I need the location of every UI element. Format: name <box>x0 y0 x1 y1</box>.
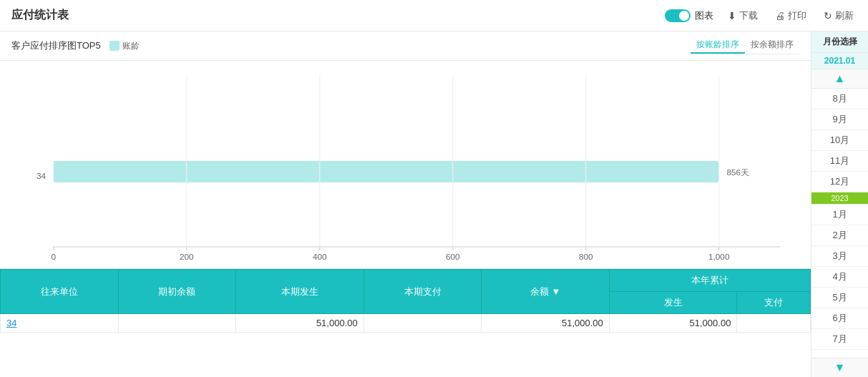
month-item-6[interactable]: 6月 <box>811 308 868 329</box>
sort-by-age-button[interactable]: 按账龄排序 <box>691 37 745 54</box>
svg-text:600: 600 <box>446 253 460 261</box>
svg-text:34: 34 <box>36 172 46 180</box>
th-leiji-fasheng: 发生 <box>609 292 737 314</box>
header: 应付统计表 图表 ⬇ 下载 🖨 打印 ↻ 刷新 <box>0 0 868 31</box>
month-item-4[interactable]: 4月 <box>811 267 868 288</box>
month-item-9[interactable]: 9月 <box>811 109 868 130</box>
td-unit[interactable]: 34 <box>1 314 119 333</box>
th-leiji: 本年累计 <box>609 270 810 292</box>
month-item-7[interactable]: 7月 <box>811 329 868 350</box>
td-leiji-zhifu <box>737 314 811 333</box>
app-container: 应付统计表 图表 ⬇ 下载 🖨 打印 ↻ 刷新 <box>0 0 868 377</box>
chart-toggle-label: 图表 <box>695 9 713 22</box>
scroll-up-button[interactable]: ▲ <box>811 69 868 89</box>
month-item-12[interactable]: 12月 <box>811 172 868 192</box>
svg-rect-1 <box>54 161 719 182</box>
month-item-2[interactable]: 2月 <box>811 225 868 246</box>
refresh-icon: ↻ <box>824 10 832 21</box>
month-scroll-list: 8月 9月 10月 11月 12月 2023 1月 2月 3月 4月 5月 6月… <box>811 89 868 358</box>
table-header-row: 往来单位 期初余额 本期发生 本期支付 余额 ▼ 本年累计 <box>1 270 811 292</box>
td-zhifu <box>364 314 482 333</box>
svg-text:0: 0 <box>52 253 57 261</box>
td-yue: 51,000.00 <box>482 314 610 333</box>
chart-toggle-container[interactable]: 图表 <box>665 9 713 22</box>
month-item-5[interactable]: 5月 <box>811 288 868 308</box>
data-table: 往来单位 期初余额 本期发生 本期支付 余额 ▼ 本年累计 发生 支付 <box>0 269 811 333</box>
header-actions: 图表 ⬇ 下载 🖨 打印 ↻ 刷新 <box>665 8 857 24</box>
legend-item: 账龄 <box>109 40 140 52</box>
th-unit: 往来单位 <box>1 270 119 314</box>
month-selected-value[interactable]: 2021.01 <box>811 53 868 69</box>
year-marker-2023: 2023 <box>811 192 868 205</box>
td-leiji-fasheng: 51,000.00 <box>609 314 737 333</box>
legend-label: 账龄 <box>122 40 140 52</box>
chart-toggle-switch[interactable] <box>665 9 691 22</box>
month-panel: 月份选择 2021.01 ▲ 8月 9月 10月 11月 12月 2023 1月… <box>811 31 868 377</box>
sort-by-balance-button[interactable]: 按余额排序 <box>745 37 799 54</box>
th-yue: 余额 ▼ <box>482 270 610 314</box>
chart-toolbar: 客户应付排序图TOP5 账龄 按账龄排序 按余额排序 <box>0 31 811 61</box>
th-qichu: 期初余额 <box>118 270 236 314</box>
refresh-label: 刷新 <box>835 9 854 22</box>
print-button[interactable]: 🖨 打印 <box>772 8 809 24</box>
legend-color-box <box>109 41 120 51</box>
print-label: 打印 <box>788 9 806 22</box>
th-leiji-zhifu: 支付 <box>737 292 811 314</box>
sort-buttons: 按账龄排序 按余额排序 <box>691 37 799 54</box>
month-panel-header: 月份选择 <box>811 31 868 53</box>
month-item-1[interactable]: 1月 <box>811 205 868 225</box>
main-area: 客户应付排序图TOP5 账龄 按账龄排序 按余额排序 34 <box>0 31 868 377</box>
table-row: 34 51,000.00 51,000.00 51,000.00 <box>1 314 811 333</box>
chart-section: 客户应付排序图TOP5 账龄 按账龄排序 按余额排序 34 <box>0 31 811 377</box>
svg-text:856天: 856天 <box>726 168 748 177</box>
month-item-3[interactable]: 3月 <box>811 246 868 267</box>
td-fasheng: 51,000.00 <box>236 314 364 333</box>
chart-wrapper: 34 856天 0 200 <box>0 61 811 268</box>
svg-text:800: 800 <box>579 253 593 261</box>
scroll-down-button[interactable]: ▼ <box>811 358 868 377</box>
chart-svg: 34 856天 0 200 <box>0 61 811 268</box>
th-fasheng: 本期发生 <box>236 270 364 314</box>
svg-text:1,000: 1,000 <box>708 253 729 261</box>
month-item-10[interactable]: 10月 <box>811 130 868 151</box>
print-icon: 🖨 <box>775 10 785 21</box>
month-item-11[interactable]: 11月 <box>811 151 868 172</box>
download-button[interactable]: ⬇ 下载 <box>725 8 761 24</box>
table-section: 往来单位 期初余额 本期发生 本期支付 余额 ▼ 本年累计 发生 支付 <box>0 268 811 333</box>
td-qichu <box>118 314 236 333</box>
download-label: 下载 <box>739 9 758 22</box>
download-icon: ⬇ <box>728 10 736 21</box>
svg-text:200: 200 <box>180 253 194 261</box>
svg-text:400: 400 <box>313 253 327 261</box>
th-zhifu: 本期支付 <box>364 270 482 314</box>
chart-legend-title: 客户应付排序图TOP5 <box>11 39 101 52</box>
month-item-8[interactable]: 8月 <box>811 89 868 109</box>
refresh-button[interactable]: ↻ 刷新 <box>821 8 857 24</box>
page-title: 应付统计表 <box>11 8 665 23</box>
toggle-knob <box>679 11 689 21</box>
